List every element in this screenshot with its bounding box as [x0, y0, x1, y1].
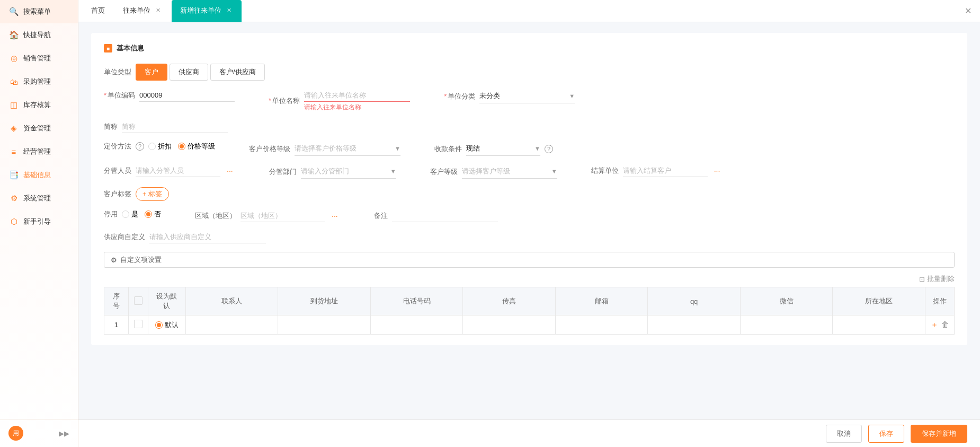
cell-phone[interactable]: [370, 315, 463, 335]
sidebar-item-guide[interactable]: ⬡ 新手引导: [0, 210, 78, 233]
cancel-button[interactable]: 取消: [826, 425, 862, 443]
delete-row-button[interactable]: 🗑: [941, 320, 949, 330]
payment-terms-select[interactable]: 现结 ▼: [466, 142, 540, 156]
unit-category-label: *单位分类: [444, 92, 475, 101]
remarks-input[interactable]: [392, 209, 498, 222]
batch-delete-label[interactable]: 批量删除: [927, 274, 955, 284]
add-row-button[interactable]: ＋: [931, 320, 938, 330]
save-new-button[interactable]: 保存并新增: [911, 425, 967, 443]
sidebar-item-search[interactable]: 🔍 搜索菜单: [0, 0, 78, 23]
unit-name-error: 请输入往来单位名称: [304, 103, 410, 112]
cell-check[interactable]: [128, 315, 148, 335]
supplier-custom-group: 供应商自定义: [104, 231, 266, 243]
region-more-btn[interactable]: ···: [329, 212, 340, 220]
select-all-checkbox[interactable]: [134, 296, 142, 305]
tag-group: 客户标签 + 标签: [104, 187, 169, 201]
tab-partners[interactable]: 往来单位 ✕: [114, 0, 171, 22]
save-button[interactable]: 保存: [868, 425, 904, 443]
cell-email[interactable]: [555, 315, 648, 335]
chart-icon: ◎: [8, 53, 19, 64]
code-name-category-row: *单位编码 *单位名称 请输入往来单位名称: [104, 89, 955, 112]
unit-name-input[interactable]: [304, 89, 410, 102]
cell-seq: 1: [104, 315, 129, 335]
dept-select[interactable]: 请输入分管部门 ▼: [301, 164, 396, 179]
supplier-custom-input[interactable]: [149, 231, 266, 243]
tab-new-partner-close[interactable]: ✕: [225, 6, 233, 15]
col-contact: 联系人: [185, 287, 278, 315]
type-btn-group: 客户 供应商 客户/供应商: [136, 64, 265, 81]
pricing-method-label: 定价方法: [104, 142, 131, 151]
cell-contact[interactable]: [185, 315, 278, 335]
pricing-option-grade[interactable]: 价格等级: [178, 142, 215, 151]
customer-level-label: 客户等级: [430, 167, 458, 177]
unit-code-group: *单位编码: [104, 89, 235, 102]
cell-address[interactable]: [278, 315, 371, 335]
sidebar-item-label: 经营管理: [23, 147, 51, 156]
region-input[interactable]: [240, 209, 325, 222]
pricing-method-help[interactable]: ?: [136, 142, 144, 151]
row-region-input[interactable]: [838, 321, 920, 329]
custom-settings-button[interactable]: ⚙ 自定义项设置: [104, 252, 955, 268]
disabled-no[interactable]: 否: [145, 209, 161, 219]
type-btn-supplier[interactable]: 供应商: [170, 64, 208, 81]
tab-partners-close[interactable]: ✕: [154, 6, 162, 15]
sidebar-item-sales[interactable]: ◎ 销售管理: [0, 47, 78, 70]
default-radio[interactable]: [155, 321, 163, 329]
disabled-yes[interactable]: 是: [122, 209, 138, 219]
row-checkbox[interactable]: [134, 320, 142, 328]
sidebar-item-inventory[interactable]: ◫ 库存核算: [0, 93, 78, 117]
settlement-more-btn[interactable]: ···: [712, 166, 723, 175]
section-title: ■ 基本信息: [104, 43, 955, 53]
type-btn-both[interactable]: 客户/供应商: [210, 64, 265, 81]
customer-price-group: 客户价格等级 请选择客户价格等级 ▼: [249, 142, 400, 156]
tab-home[interactable]: 首页: [83, 0, 113, 22]
email-input[interactable]: [561, 321, 643, 329]
address-input[interactable]: [283, 321, 365, 329]
sidebar-item-quick-nav[interactable]: 🏠 快捷导航: [0, 23, 78, 47]
window-close-button[interactable]: ✕: [960, 4, 976, 18]
cell-qq[interactable]: [648, 315, 741, 335]
manager-more-btn[interactable]: ···: [225, 166, 235, 175]
qq-input[interactable]: [653, 321, 735, 329]
batch-delete-icon: ⊡: [919, 275, 925, 283]
sidebar-bottom: 用 ▶▶: [0, 419, 78, 447]
fax-input[interactable]: [468, 321, 550, 329]
type-btn-customer[interactable]: 客户: [136, 64, 167, 81]
manager-label: 分管人员: [104, 166, 131, 176]
tag-label: 客户标签: [104, 189, 131, 199]
settlement-input[interactable]: [623, 164, 708, 177]
cell-fax[interactable]: [463, 315, 556, 335]
pricing-radio-group: 折扣 价格等级: [148, 142, 215, 151]
unit-code-input[interactable]: [139, 89, 235, 102]
customer-price-select[interactable]: 请选择客户价格等级 ▼: [295, 142, 400, 156]
pricing-option-discount[interactable]: 折扣: [148, 142, 172, 151]
unit-category-select[interactable]: 未分类 ▼: [479, 89, 575, 103]
payment-terms-help[interactable]: ?: [545, 145, 553, 153]
sidebar-item-system[interactable]: ⚙ 系统管理: [0, 187, 78, 210]
add-tag-button[interactable]: + 标签: [136, 187, 169, 201]
sidebar-item-operations[interactable]: ≡ 经营管理: [0, 140, 78, 163]
pricing-method-group: 定价方法 ? 折扣 价格等级: [104, 142, 215, 151]
wechat-input[interactable]: [746, 321, 827, 329]
sidebar-item-purchase[interactable]: 🛍 采购管理: [0, 70, 78, 93]
content-area: ■ 基本信息 单位类型 客户 供应商 客户/供应商: [78, 22, 980, 419]
unit-code-label: *单位编码: [104, 91, 135, 100]
sidebar-expand-icon[interactable]: ▶▶: [59, 430, 69, 437]
sidebar-item-label: 采购管理: [23, 77, 51, 86]
short-name-input[interactable]: [122, 120, 228, 133]
cell-wechat[interactable]: [740, 315, 833, 335]
sidebar-item-finance[interactable]: ◈ 资金管理: [0, 117, 78, 140]
sidebar-item-basic-info[interactable]: 📑 基础信息: [0, 163, 78, 187]
remarks-label: 备注: [374, 211, 388, 221]
disabled-region-row: 停用 是 否 区域（地区）: [104, 209, 955, 222]
phone-input[interactable]: [376, 321, 458, 329]
tab-new-partner[interactable]: 新增往来单位 ✕: [172, 0, 242, 22]
cell-default: 默认: [148, 315, 185, 335]
money-icon: ◈: [8, 123, 19, 134]
customer-level-select[interactable]: 请选择客户等级 ▼: [462, 164, 557, 179]
batch-delete-area: ⊡ 批量删除: [104, 274, 955, 284]
manager-input[interactable]: [136, 164, 220, 177]
cell-region[interactable]: [833, 315, 925, 335]
main: 首页 往来单位 ✕ 新增往来单位 ✕ ✕ ■ 基本信息 单位类型 客户: [78, 0, 980, 447]
contact-input[interactable]: [191, 321, 273, 329]
